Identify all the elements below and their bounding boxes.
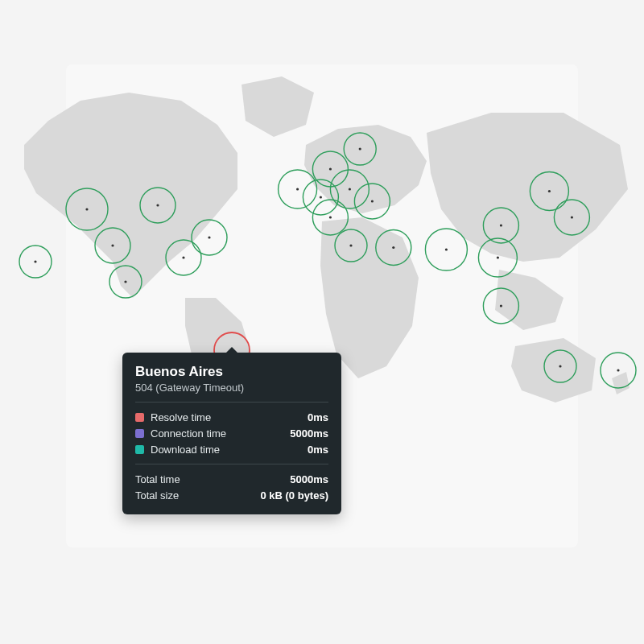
svg-point-17 <box>296 188 299 190</box>
svg-point-3 <box>85 208 88 210</box>
tooltip-row: Resolve time0ms <box>135 409 328 425</box>
svg-point-23 <box>329 216 332 218</box>
row-label: Download time <box>151 444 220 456</box>
tooltip-total-row: Total size0 kB (0 bytes) <box>135 487 328 503</box>
svg-point-7 <box>124 280 126 283</box>
svg-point-1 <box>34 260 36 262</box>
svg-point-45 <box>571 216 573 218</box>
map-marker-mumbai[interactable] <box>425 229 467 270</box>
map-marker-london[interactable] <box>279 170 317 208</box>
row-label: Total time <box>135 473 180 485</box>
stage: Buenos Aires 504 (Gateway Timeout) Resol… <box>0 0 644 644</box>
row-value: 0ms <box>308 444 328 456</box>
legend-swatch <box>135 429 144 438</box>
row-label: Resolve time <box>151 411 211 423</box>
row-value: 5000ms <box>290 427 328 440</box>
row-value: 0ms <box>308 411 328 423</box>
svg-point-19 <box>320 196 322 198</box>
svg-point-33 <box>392 246 394 249</box>
tooltip-timing-rows: Resolve time0msConnection time5000msDown… <box>135 409 328 457</box>
tooltip-title: Buenos Aires <box>135 364 328 380</box>
svg-point-35 <box>445 248 448 250</box>
tooltip-status: 504 (Gateway Timeout) <box>135 382 328 394</box>
svg-point-39 <box>500 224 502 226</box>
svg-point-5 <box>111 244 114 246</box>
row-label: Connection time <box>151 427 226 440</box>
svg-point-27 <box>349 244 352 246</box>
svg-point-29 <box>359 147 361 150</box>
svg-point-9 <box>156 204 159 206</box>
svg-point-13 <box>208 236 210 238</box>
svg-point-31 <box>371 200 374 202</box>
divider <box>135 402 328 402</box>
row-value: 5000ms <box>290 473 328 485</box>
svg-point-21 <box>329 167 332 170</box>
map-marker-new-york[interactable] <box>192 220 227 255</box>
svg-point-43 <box>548 190 551 192</box>
tooltip-row: Download time0ms <box>135 441 328 457</box>
tooltip-total-row: Total time5000ms <box>135 471 328 487</box>
tooltip-arrow <box>225 347 238 353</box>
legend-swatch <box>135 445 144 454</box>
svg-point-47 <box>559 365 561 367</box>
svg-point-37 <box>497 256 499 258</box>
tooltip-total-rows: Total time5000msTotal size0 kB (0 bytes) <box>135 471 328 503</box>
tooltip-row: Connection time5000ms <box>135 425 328 441</box>
svg-point-25 <box>349 188 351 190</box>
divider <box>135 464 328 464</box>
svg-point-11 <box>182 256 184 258</box>
svg-point-49 <box>617 369 619 371</box>
legend-swatch <box>135 413 144 422</box>
svg-point-41 <box>500 304 502 307</box>
row-label: Total size <box>135 489 179 502</box>
location-tooltip: Buenos Aires 504 (Gateway Timeout) Resol… <box>122 353 341 514</box>
map-marker-hawaii[interactable] <box>19 246 52 278</box>
row-value: 0 kB (0 bytes) <box>260 489 328 502</box>
